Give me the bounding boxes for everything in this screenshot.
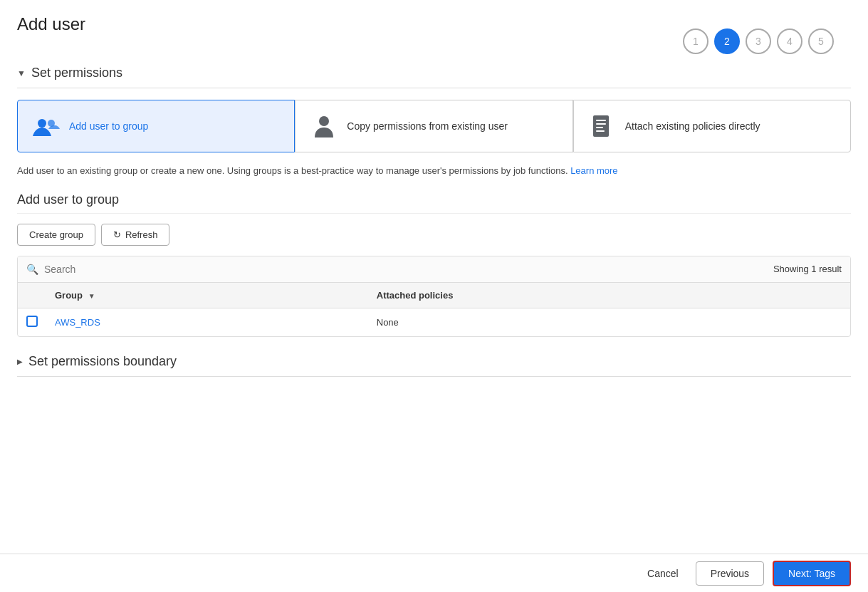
- step-5[interactable]: 5: [808, 28, 834, 54]
- action-buttons: Create group ↻ Refresh: [17, 224, 851, 246]
- doc-icon: [588, 112, 617, 140]
- refresh-icon: ↻: [113, 229, 121, 240]
- option-attach-policies[interactable]: Attach existing policies directly: [573, 100, 851, 152]
- set-permissions-boundary-section: ▶ Set permissions boundary: [17, 354, 851, 377]
- svg-rect-3: [593, 115, 609, 137]
- group-name-cell: AWS_RDS: [46, 308, 368, 336]
- group-column-label: Group: [55, 290, 83, 301]
- permission-options: Add user to group Copy permissions from …: [17, 100, 851, 152]
- set-permissions-header[interactable]: ▼ Set permissions: [17, 66, 851, 88]
- table-header-row: Group ▼ Attached policies: [18, 283, 850, 308]
- copy-permissions-label: Copy permissions from existing user: [347, 120, 508, 132]
- set-permissions-boundary-chevron: ▶: [17, 358, 23, 365]
- groups-table: Group ▼ Attached policies AWS_RDS None: [18, 283, 850, 336]
- learn-more-link[interactable]: Learn more: [570, 165, 617, 176]
- group-table-container: 🔍 Showing 1 result Group ▼ Attached poli…: [17, 256, 851, 337]
- person-icon: [310, 112, 338, 140]
- table-checkbox-header: [18, 283, 46, 308]
- row-checkbox-cell[interactable]: [18, 308, 46, 336]
- attached-policies-cell: None: [368, 308, 850, 336]
- group-sort-arrow: ▼: [88, 292, 95, 300]
- page-title: Add user: [17, 14, 85, 34]
- search-input[interactable]: [44, 264, 354, 275]
- step-3[interactable]: 3: [746, 28, 771, 54]
- info-text-main: Add user to an existing group or create …: [17, 165, 568, 176]
- svg-rect-4: [596, 120, 606, 121]
- search-input-wrapper: 🔍: [26, 264, 354, 275]
- set-permissions-label: Set permissions: [31, 66, 122, 81]
- svg-point-2: [319, 116, 329, 126]
- search-bar: 🔍 Showing 1 result: [18, 256, 850, 283]
- column-header-group[interactable]: Group ▼: [46, 283, 368, 308]
- add-user-to-group-title: Add user to group: [17, 192, 851, 214]
- set-permissions-boundary-label: Set permissions boundary: [28, 354, 177, 369]
- group-name-link[interactable]: AWS_RDS: [55, 317, 100, 328]
- svg-rect-6: [596, 127, 603, 128]
- add-user-to-group-label: Add user to group: [69, 120, 148, 132]
- policies-column-label: Attached policies: [377, 290, 454, 301]
- users-icon: [32, 112, 61, 140]
- create-group-button[interactable]: Create group: [17, 224, 95, 246]
- attach-policies-label: Attach existing policies directly: [625, 120, 760, 132]
- option-add-user-to-group[interactable]: Add user to group: [17, 100, 295, 152]
- table-row: AWS_RDS None: [18, 308, 850, 336]
- set-permissions-boundary-header[interactable]: ▶ Set permissions boundary: [17, 354, 851, 377]
- info-text: Add user to an existing group or create …: [17, 164, 851, 178]
- search-icon: 🔍: [26, 264, 38, 275]
- showing-result: Showing 1 result: [773, 264, 842, 274]
- refresh-button[interactable]: ↻ Refresh: [101, 224, 170, 246]
- svg-rect-5: [596, 123, 606, 125]
- step-2[interactable]: 2: [714, 28, 740, 54]
- set-permissions-chevron: ▼: [17, 68, 26, 78]
- svg-rect-7: [596, 130, 605, 132]
- option-copy-permissions[interactable]: Copy permissions from existing user: [295, 100, 572, 152]
- step-4[interactable]: 4: [777, 28, 802, 54]
- column-header-policies: Attached policies: [368, 283, 850, 308]
- step-indicators: 1 2 3 4 5: [683, 28, 834, 54]
- row-checkbox[interactable]: [26, 316, 38, 327]
- step-1[interactable]: 1: [683, 28, 708, 54]
- svg-point-0: [38, 119, 46, 128]
